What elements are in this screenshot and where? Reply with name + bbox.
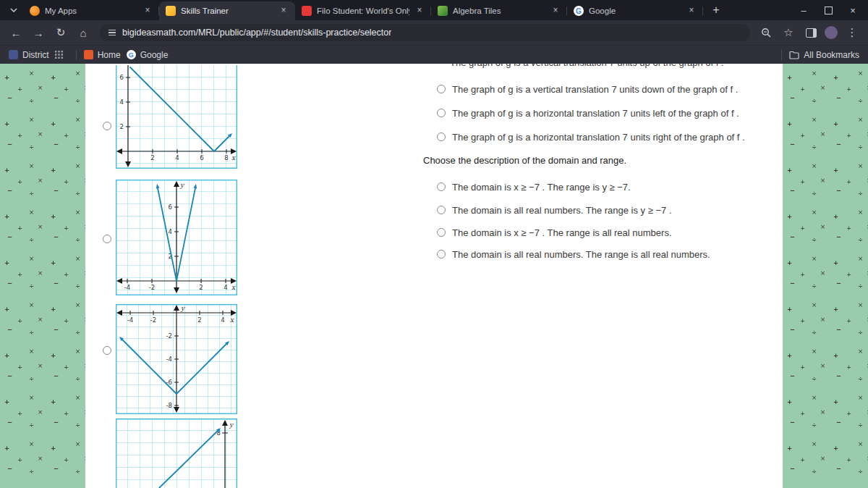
option-row: The graph of g is a horizontal translati… [437,108,739,120]
graph-option-2-figure: -4 -2 2 4 2 4 6 x y [116,180,237,295]
option-row: The domain is all real numbers. The rang… [437,205,672,217]
side-panel-icon[interactable] [802,24,820,41]
all-bookmarks-folder-icon [789,51,799,59]
tab-filo-student[interactable]: Filo Student: World's Only Live × [295,1,431,20]
bookmark-home[interactable]: Home [98,50,121,60]
maximize-icon [825,7,833,14]
bookmark-google[interactable]: Google [140,50,169,60]
svg-text:8: 8 [224,154,228,161]
bookmark-district[interactable]: District [22,50,49,60]
chevron-down-icon [10,8,17,12]
graph-option-3[interactable]: -4 -2 2 4 -2 -4 -6 -8 x y [116,304,237,417]
apps-grid-icon[interactable] [55,51,63,59]
graph-option-4[interactable]: 8 y [116,418,237,488]
svg-text:2: 2 [197,316,201,324]
option-row: The domain is x ≥ −7 . The range is all … [437,227,672,240]
window-close-button[interactable]: × [848,5,858,15]
svg-text:-4: -4 [127,316,133,324]
back-button[interactable]: ← [7,24,25,41]
skills-trainer-favicon [166,6,176,16]
tab-algebra-tiles[interactable]: Algebra Tiles × [431,1,567,20]
all-bookmarks-button[interactable]: All Bookmarks [804,50,859,60]
graph-option-2[interactable]: -4 -2 2 4 2 4 6 x y [116,180,237,298]
tab-strip: My Apps × Skills Trainer × Filo Student:… [0,0,868,20]
new-tab-button[interactable]: + [707,1,725,19]
svg-text:6: 6 [200,154,203,161]
option-row: The domain is x ≥ −7 . The range is y ≥ … [437,182,631,194]
home-bookmark-favicon [84,50,93,59]
svg-text:2: 2 [120,123,124,130]
zoom-icon[interactable] [757,24,775,41]
side-panel-glyph [806,28,817,38]
graph-option-4-figure: 8 y [116,418,237,488]
google-g-glyph: G [576,7,582,15]
tab-close-icon[interactable]: × [414,6,425,16]
tab-label: Algebra Tiles [453,7,545,15]
grid-glyph [55,51,63,59]
svg-text:-4: -4 [166,356,172,363]
url-text: bigideasmath.com/MRL/public/app/#/studen… [122,28,391,38]
graph-option-1[interactable]: 2 4 6 8 2 4 6 x [116,65,237,172]
tab-skills-trainer[interactable]: Skills Trainer × [159,1,295,20]
menu-icon[interactable]: ⋮ [843,24,861,41]
home-button[interactable]: ⌂ [75,24,92,41]
svg-text:4: 4 [120,98,124,106]
graph-option-1-figure: 2 4 6 8 2 4 6 x [116,65,237,169]
reload-button[interactable]: ↻ [52,24,69,41]
browser-toolbar: ← → ↻ ⌂ bigideasmath.com/MRL/public/app/… [0,20,868,45]
svg-text:2: 2 [150,154,154,161]
svg-text:2: 2 [199,284,203,291]
option-label: The graph of g is a vertical translation… [452,84,738,96]
svg-text:-8: -8 [166,402,172,409]
tab-close-icon[interactable]: × [686,6,697,16]
site-settings-icon[interactable] [109,28,116,37]
radio-domain-range-2[interactable] [437,206,446,214]
magnifier-minus-icon [761,28,771,38]
window-minimize-button[interactable]: – [799,5,809,15]
bookmark-star-icon[interactable]: ☆ [780,24,797,41]
clipped-option-row: The graph of g is a vertical translation… [450,64,724,70]
forward-button[interactable]: → [30,24,47,41]
math-pattern-right: + × − ÷ × + [783,64,868,488]
svg-text:6: 6 [169,203,172,211]
radio-horizontal-left[interactable] [437,109,446,117]
svg-text:-2: -2 [166,332,172,340]
radio-domain-range-4[interactable] [437,250,446,258]
radio-vertical-down[interactable] [437,85,446,93]
tab-label: Skills Trainer [181,7,273,15]
google-bookmark-favicon: G [127,50,136,59]
address-bar[interactable]: bigideasmath.com/MRL/public/app/#/studen… [100,24,750,41]
tab-close-icon[interactable]: × [142,6,153,16]
option-row: The graph of g is a horizontal translati… [437,132,745,144]
graph-option-3-figure: -4 -2 2 4 -2 -4 -6 -8 x y [116,304,237,414]
svg-text:-4: -4 [124,284,130,291]
profile-avatar[interactable] [825,26,838,39]
tab-label: My Apps [45,7,137,15]
radio-horizontal-right[interactable] [437,132,446,141]
svg-text:-2: -2 [149,284,155,291]
window-controls: – × [788,0,868,20]
option-label: The domain is x ≥ −7 . The range is all … [452,227,672,240]
tab-my-apps[interactable]: My Apps × [23,1,159,20]
tab-google[interactable]: G Google × [567,1,703,20]
math-pattern-left: + × − ÷ × + [0,64,85,488]
option-row: The domain is all real numbers. The rang… [437,249,710,261]
radio-graph-option-3[interactable] [103,346,111,355]
my-apps-favicon [30,6,40,16]
radio-domain-range-1[interactable] [437,182,446,191]
tab-label: Filo Student: World's Only Live [317,7,409,15]
svg-text:4: 4 [224,284,227,291]
radio-graph-option-2[interactable] [103,235,111,243]
tab-close-icon[interactable]: × [550,6,561,16]
radio-domain-range-3[interactable] [437,228,446,237]
svg-text:4: 4 [175,154,179,161]
google-g-glyph: G [129,51,134,59]
window-maximize-button[interactable] [823,5,833,15]
filo-favicon [302,6,312,16]
tab-close-icon[interactable]: × [278,6,289,16]
option-label: The domain is all real numbers. The rang… [452,205,672,217]
tab-search-button[interactable] [6,2,22,18]
google-favicon: G [574,6,584,16]
radio-graph-option-1[interactable] [103,122,111,130]
svg-text:6: 6 [120,74,124,81]
